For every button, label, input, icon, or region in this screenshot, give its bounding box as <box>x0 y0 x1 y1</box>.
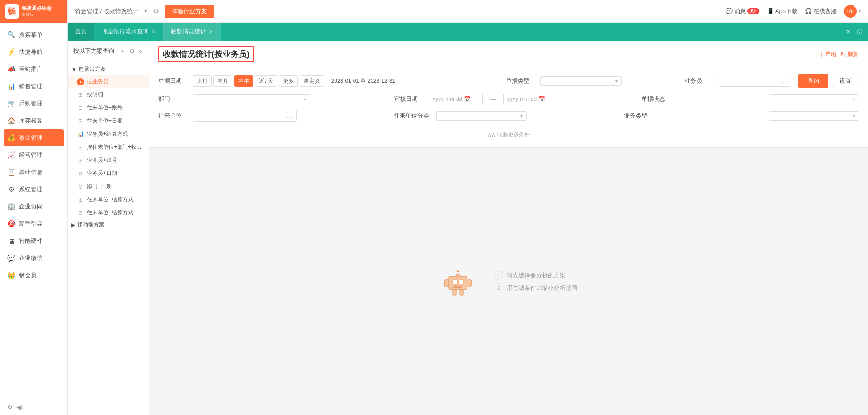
guide-icon: 🎯 <box>7 220 15 228</box>
salesman-select[interactable]: … <box>719 75 791 87</box>
topbar: 资金管理 / 收款情况统计 ▾ ⚙ 体验行业方案 💬 消息 99+ 📱 App下… <box>68 0 868 23</box>
scheme-item-partner-account[interactable]: ⊟ 往来单位+账号 <box>68 101 149 114</box>
collapse-sidebar-icon[interactable]: ◀‖ <box>16 404 24 410</box>
tab-controls: ✕ ⊡ <box>840 23 868 41</box>
close-window-icon[interactable]: ✕ <box>845 28 851 36</box>
scheme-panel: 按以下方案查询 ＋ ⚙ « ▼ 电脑端方案 ● 按业务员 ⊞ <box>68 41 149 415</box>
date-opt-this-year[interactable]: 本年 <box>234 75 253 87</box>
service-icon: 🎧 <box>805 8 812 14</box>
tab-receipt[interactable]: 收款情况统计 ✕ <box>164 23 221 41</box>
scheme-group-desktop[interactable]: ▼ 电脑端方案 <box>68 64 149 75</box>
trial-button[interactable]: 体验行业方案 <box>165 5 214 18</box>
date-opt-this-month[interactable]: 本月 <box>213 75 232 87</box>
bank-tab-close-icon[interactable]: ✕ <box>151 28 156 35</box>
sidebar-item-guide[interactable]: 🎯 新手引导 <box>0 215 67 232</box>
date-opt-more[interactable]: 更多 <box>279 75 298 87</box>
inventory-icon: 🏠 <box>7 117 15 125</box>
sidebar-item-search[interactable]: 🔍 搜索菜单 <box>0 26 67 43</box>
date-opt-7days[interactable]: 近7天 <box>255 75 277 87</box>
sidebar-item-operation[interactable]: 📈 经营管理 <box>0 146 67 164</box>
scheme-item-dept-date[interactable]: ⊙ 部门+日期 <box>68 180 149 193</box>
settings-bottom-icon[interactable]: ⚙ <box>7 404 13 410</box>
partner-field: … <box>193 110 297 122</box>
sidebar-item-enterprise[interactable]: 🏢 企业协同 <box>0 198 67 215</box>
scheme-settings-icon[interactable]: ⚙ <box>128 47 136 56</box>
review-date-from[interactable]: yyyy-mm-dd 📅 <box>429 94 483 104</box>
logo-text: 畅捷通好生意 标准版 <box>22 5 52 18</box>
breadcrumb-dropdown-icon[interactable]: ▾ <box>144 8 147 14</box>
scheme-list: ▼ 电脑端方案 ● 按业务员 ⊞ 按明细 ⊟ 往来单位+账号 ⊟ 往来单位+ <box>68 60 149 415</box>
collapse-panel-icon[interactable]: « <box>138 47 143 56</box>
scheme-item-partner-settle1[interactable]: ⊞ 往来单位+结算方式 <box>68 193 149 206</box>
empty-illustration <box>440 263 476 300</box>
sidebar-item-member[interactable]: 👑 畅会员 <box>0 267 67 284</box>
tab-bank[interactable]: 现金银行流水查询 ✕ <box>94 23 164 41</box>
collapse-filter-button[interactable]: ∧∧ 收起更多条件 <box>158 127 859 142</box>
empty-step-1: 1 请先选择要分析的方案 <box>494 271 577 280</box>
scheme-ss-icon: 📊 <box>77 131 84 137</box>
scheme-item-partner-settle2[interactable]: ⊟ 往来单位+结算方式 <box>68 206 149 219</box>
scheme-dd-icon: ⊙ <box>77 184 84 190</box>
sidebar-item-marketing[interactable]: 📣 营销推广 <box>0 61 67 78</box>
scheme-ps1-icon: ⊞ <box>77 197 84 203</box>
scheme-item-by-detail[interactable]: ⊞ 按明细 <box>68 88 149 101</box>
setting-button[interactable]: 设置 <box>832 74 859 88</box>
sidebar-item-basic[interactable]: 📋 基础信息 <box>0 164 67 181</box>
export-button[interactable]: ↑ 导出 <box>821 50 837 58</box>
refresh-icon: ↻ <box>840 51 845 58</box>
tab-home[interactable]: 首页 <box>68 23 94 41</box>
svg-rect-7 <box>444 280 449 286</box>
doc-type-select[interactable]: ▾ <box>540 76 622 86</box>
review-date-to[interactable]: yyyy-mm-dd 📅 <box>503 94 557 104</box>
user-info[interactable]: Rit ▾ <box>844 5 861 18</box>
sidebar-item-purchase[interactable]: 🛒 采购管理 <box>0 95 67 112</box>
scheme-item-salesman-date[interactable]: ⊙ 业务员+日期 <box>68 167 149 180</box>
sidebar-item-finance[interactable]: 💰 资金管理 <box>4 129 64 146</box>
svg-rect-10 <box>460 290 463 295</box>
biz-type-select[interactable]: ▾ <box>769 111 859 121</box>
topbar-right: 💬 消息 99+ 📱 App下载 🎧 在线客服 Rit ▾ <box>726 5 861 18</box>
sidebar-item-wechat[interactable]: 💬 企业微信 <box>0 250 67 267</box>
dept-select[interactable]: ▾ <box>193 94 310 104</box>
message-button[interactable]: 💬 消息 99+ <box>726 7 760 15</box>
scheme-item-salesman-settle[interactable]: 📊 业务员+结算方式 <box>68 127 149 141</box>
calendar-icon-to: 📅 <box>538 96 545 102</box>
partner-category-select[interactable]: ▾ <box>436 111 527 121</box>
doc-type-dropdown-icon: ▾ <box>615 79 618 84</box>
scheme-item-salesman-account[interactable]: ⊟ 业务员+账号 <box>68 154 149 167</box>
sales-icon: 📊 <box>7 82 15 90</box>
partner-category-label: 往来单位分类 <box>394 112 429 120</box>
mobile-group-label: 移动端方案 <box>77 221 104 229</box>
message-icon: 💬 <box>726 8 733 14</box>
date-opt-custom[interactable]: 自定义 <box>300 75 324 87</box>
topbar-gear-icon[interactable]: ⚙ <box>153 7 159 15</box>
page-content: 按以下方案查询 ＋ ⚙ « ▼ 电脑端方案 ● 按业务员 ⊞ <box>68 41 868 415</box>
refresh-button[interactable]: ↻ 刷新 <box>840 50 859 58</box>
app-download-button[interactable]: 📱 App下载 <box>767 7 797 15</box>
sidebar-item-sales[interactable]: 📊 销售管理 <box>0 78 67 95</box>
scheme-group-mobile[interactable]: ▶ 移动端方案 <box>68 219 149 231</box>
app-icon: 📱 <box>767 8 774 14</box>
add-scheme-button[interactable]: ＋ <box>118 46 127 56</box>
page-header-actions: ↑ 导出 ↻ 刷新 <box>821 50 859 58</box>
scheme-item-partner-dept[interactable]: ⊟ 按往来单位+部门+收... <box>68 141 149 154</box>
date-opt-last-month[interactable]: 上月 <box>193 75 212 87</box>
sidebar-item-quicknav[interactable]: ⚡ 快捷导航 <box>0 43 67 61</box>
scheme-sd-icon: ⊙ <box>77 170 84 177</box>
partner-select[interactable]: … <box>193 110 297 122</box>
online-service-button[interactable]: 🎧 在线客服 <box>805 7 837 15</box>
query-button[interactable]: 查询 <box>798 74 828 88</box>
receipt-tab-close-icon[interactable]: ✕ <box>209 28 213 35</box>
scheme-item-partner-date[interactable]: ⊟ 往来单位+日期 <box>68 114 149 127</box>
sidebar-item-inventory[interactable]: 🏠 库存核算 <box>0 112 67 129</box>
scheme-sacc-icon: ⊟ <box>77 157 84 164</box>
scheme-item-by-salesman[interactable]: ● 按业务员 <box>68 75 149 88</box>
doc-status-select[interactable]: ▾ <box>769 94 859 104</box>
maximize-icon[interactable]: ⊡ <box>857 28 863 36</box>
sidebar-menu: 🔍 搜索菜单 ⚡ 快捷导航 📣 营销推广 📊 销售管理 🛒 采购管理 🏠 库存核… <box>0 23 67 399</box>
sidebar-item-hardware[interactable]: 🖥 智能硬件 <box>0 232 67 250</box>
sidebar-item-system[interactable]: ⚙ 系统管理 <box>0 181 67 198</box>
svg-point-6 <box>457 270 459 272</box>
svg-rect-9 <box>453 290 456 295</box>
empty-step-2: 2 用过滤条件来缩小分析范围 <box>494 283 577 292</box>
